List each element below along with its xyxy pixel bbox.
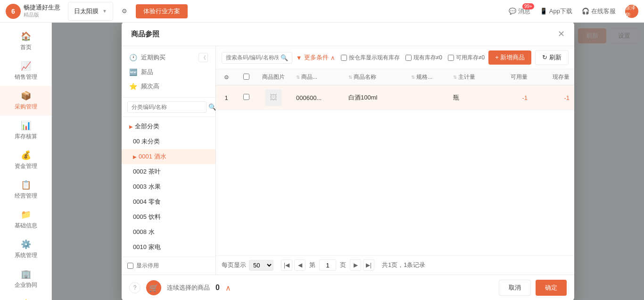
settings-icon[interactable]: ⚙ (224, 74, 229, 81)
category-search-input[interactable] (127, 101, 206, 113)
sidebar-item-system[interactable]: ⚙️ 系统管理 (0, 234, 51, 264)
row-img: 🖼 (256, 85, 291, 110)
sidebar-item-finance[interactable]: 💰 资金管理 (0, 145, 51, 175)
toolbar-right: + 新增商品 ↻ 刷新 (488, 50, 569, 65)
page-navigation: |◀ ◀ 第 页 ▶ ▶| (281, 259, 374, 271)
quick-filter-new-label: 新品 (141, 68, 153, 76)
sidebar-item-operations[interactable]: 📋 经营管理 (0, 175, 51, 205)
trial-button[interactable]: 体验行业方案 (136, 4, 188, 18)
category-search-icon[interactable]: 🔍 (208, 103, 216, 111)
operations-icon: 📋 (21, 180, 31, 190)
help-button[interactable]: ? (129, 282, 140, 293)
filter-label: 更多条件 (304, 53, 329, 62)
main-layout: 🏠 首页 📈 销售管理 📦 采购管理 📊 库存核算 💰 资金管理 📋 经营管理 … (0, 23, 644, 300)
product-search-icon[interactable]: 🔍 (281, 54, 288, 61)
product-search-input[interactable] (226, 54, 279, 61)
messages-button[interactable]: 💬 消息 99+ (509, 7, 530, 16)
display-disabled-checkbox[interactable] (127, 263, 133, 269)
modal-footer: ? 🛒 连续选择的商品 0 ∧ 取消 确定 (122, 275, 574, 300)
chevron-down-icon: ▼ (102, 8, 107, 14)
sidebar-item-guide[interactable]: 🌟 新手引导 (0, 294, 51, 300)
checkbox-warehouse[interactable]: 按仓库显示现有库存 (341, 54, 400, 62)
sidebar-label-inventory: 库存核算 (15, 133, 37, 141)
checkbox-avail-input[interactable] (448, 55, 454, 61)
page-prev-button[interactable]: ◀ (294, 259, 305, 271)
cat-item-0002[interactable]: 0002 茶叶 (122, 164, 215, 179)
refresh-button[interactable]: ↻ 刷新 (535, 50, 569, 65)
dropdown-menu[interactable]: 日太阳膜 ▼ (68, 2, 113, 21)
settings-icon[interactable]: ⚙ (117, 4, 132, 19)
product-table: ⚙ 商品图片 (216, 69, 574, 110)
select-all-checkbox[interactable] (243, 74, 249, 80)
row-num: 1 (216, 85, 237, 110)
collapse-icon[interactable]: ∧ (225, 283, 231, 292)
cat-item-0004[interactable]: 0004 零食 (122, 194, 215, 209)
per-page-label: 每页显示 (222, 261, 246, 269)
category-panel: 🕐 近期购买 《 🆕 新品 ⭐ 频次高 (122, 46, 216, 275)
table-row[interactable]: 1 🖼 (216, 85, 574, 110)
cat-item-0005[interactable]: 0005 饮料 (122, 209, 215, 225)
sidebar-item-purchase[interactable]: 📦 采购管理 (0, 86, 51, 116)
row-stock: -1 (532, 85, 574, 110)
star-icon: ⭐ (129, 83, 137, 90)
page-first-button[interactable]: |◀ (281, 259, 292, 271)
checkbox-avail-nonzero[interactable]: 可用库存≠0 (448, 54, 485, 62)
collapse-button[interactable]: 《 (198, 53, 208, 62)
product-image: 🖼 (265, 89, 282, 106)
footer-actions: 取消 确定 (499, 280, 567, 296)
sidebar-label-sales: 销售管理 (15, 73, 37, 81)
page-input[interactable] (319, 259, 336, 271)
page-last-button[interactable]: ▶| (363, 259, 374, 271)
quick-filter-frequent[interactable]: ⭐ 频次高 (127, 79, 210, 93)
headset-icon: 🎧 (582, 8, 589, 15)
cart-button[interactable]: 🛒 (146, 280, 161, 295)
category-list: ▶ 全部分类 00 未分类 ▶ 0001 酒水 0002 茶 (122, 117, 215, 257)
basics-icon: 📁 (21, 209, 31, 220)
home-icon: 🏠 (21, 31, 31, 42)
online-service-button[interactable]: 🎧 在线客服 (582, 7, 616, 16)
cat-item-0001[interactable]: ▶ 0001 酒水 (122, 149, 215, 164)
sidebar-item-collab[interactable]: 🏢 企业协同 (0, 264, 51, 294)
confirm-button[interactable]: 确定 (536, 280, 567, 296)
filter-more-button[interactable]: ▼ 更多条件 ∧ (296, 53, 335, 62)
page-info: 共1页，1条记录 (382, 261, 425, 269)
cancel-button[interactable]: 取消 (499, 280, 531, 296)
sidebar-item-basics[interactable]: 📁 基础信息 (0, 205, 51, 234)
inventory-icon: 📊 (21, 120, 31, 131)
cat-label-0004: 0004 零食 (133, 198, 161, 206)
col-header-check (237, 69, 256, 85)
checkbox-warehouse-input[interactable] (341, 55, 347, 61)
filter-icon: ▼ (296, 54, 302, 61)
modal-close-button[interactable]: ✕ (558, 29, 565, 39)
cat-arrow-all: ▶ (129, 124, 133, 129)
sidebar-label-purchase: 采购管理 (15, 103, 37, 111)
page-next-button[interactable]: ▶ (350, 259, 361, 271)
per-page-select[interactable]: 50 20 100 (249, 260, 273, 271)
col-header-name: ⇅ 商品名称 (344, 69, 406, 85)
sidebar-item-home[interactable]: 🏠 首页 (0, 26, 51, 56)
cat-item-0008[interactable]: 0008 水 (122, 225, 215, 240)
cat-item-00[interactable]: 00 未分类 (122, 134, 215, 149)
sidebar-item-sales[interactable]: 📈 销售管理 (0, 56, 51, 86)
checkbox-stock-input[interactable] (405, 55, 412, 61)
app-download-button[interactable]: 📱 App下载 (540, 7, 572, 16)
cat-label-all: 全部分类 (135, 122, 159, 131)
add-product-button[interactable]: + 新增商品 (488, 50, 531, 65)
modal-body: 🕐 近期购买 《 🆕 新品 ⭐ 频次高 (122, 46, 574, 275)
quick-filter-new[interactable]: 🆕 新品 (127, 65, 210, 79)
row-checkbox[interactable] (243, 94, 249, 100)
sidebar-label-operations: 经营管理 (15, 192, 37, 200)
category-search-row: 🔍 (122, 98, 215, 117)
cat-label-0003: 0003 水果 (133, 183, 161, 191)
checkbox-stock-nonzero[interactable]: 现有库存≠0 (405, 54, 442, 62)
user-profile[interactable]: 徐泽华 (625, 5, 638, 18)
per-page-control: 每页显示 50 20 100 (222, 260, 273, 271)
page-label2: 页 (340, 261, 346, 269)
cat-item-0010[interactable]: 0010 家电 (122, 240, 215, 255)
message-badge: 99+ (522, 3, 534, 9)
cat-item-all[interactable]: ▶ 全部分类 (122, 119, 215, 134)
sidebar-item-inventory[interactable]: 📊 库存核算 (0, 116, 51, 145)
quick-filter-recent[interactable]: 🕐 近期购买 《 (127, 50, 210, 65)
top-nav: 6 畅捷通好生意 精品版 日太阳膜 ▼ ⚙ 体验行业方案 💬 消息 99+ 📱 … (0, 0, 644, 23)
cat-item-0003[interactable]: 0003 水果 (122, 179, 215, 194)
